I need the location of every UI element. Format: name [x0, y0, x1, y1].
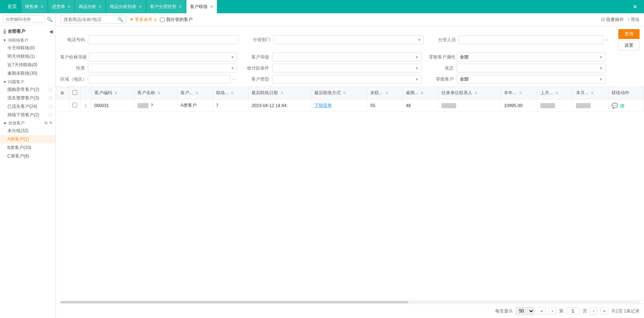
batch-label: 批量操作 [606, 17, 624, 23]
more-filter-btn[interactable]: ▼ 更多条件 ∧ [129, 17, 157, 23]
th-overdue[interactable]: 逾期... ⇅ [403, 87, 439, 99]
page-input[interactable] [566, 307, 580, 315]
sidebar-item-abnormal[interactable]: 囤购异常客户(2) ⓘ [0, 85, 56, 94]
sidebar-item-class-c[interactable]: C类客户(6) [0, 152, 56, 160]
sidebar-collapse-icon[interactable]: ◀ [49, 29, 53, 34]
th-gear[interactable]: ⚙ [56, 87, 69, 99]
sidebar-item-today[interactable]: 今天待联络(0) [0, 44, 56, 52]
th-contact[interactable]: 联络... ⇅ [213, 87, 248, 99]
scrollbar-thumb[interactable] [60, 301, 408, 303]
sidebar-item-churn-warn[interactable]: 流失预警客户(3) ⓘ [0, 94, 56, 102]
filter-select-price[interactable] [88, 53, 237, 61]
prev-page-btn[interactable]: ‹ [549, 307, 556, 315]
my-customer-checkbox[interactable] [160, 17, 165, 22]
filter-select-scatter-wrap: 全部 ▼ [457, 75, 606, 84]
filter-input-phone[interactable] [88, 35, 239, 44]
nav-tab-customer-contact-close[interactable]: ✕ [210, 4, 213, 9]
filter-label-price-level: 客户价格等级 [60, 54, 88, 60]
sidebar-item-ungroup[interactable]: 未分组(32) [0, 127, 56, 135]
sidebar-item-churn-warn-label: 流失预警客户(3) [7, 95, 39, 101]
filter-select-level[interactable] [272, 53, 421, 61]
nav-tab-customer-tier-close[interactable]: ✕ [179, 4, 182, 9]
nav-tab-analysis-label: 商品分析 [79, 4, 96, 10]
nav-home[interactable]: 首页 [3, 3, 21, 10]
sidebar-item-class-a[interactable]: A类客户(1) [0, 135, 56, 144]
filter-label-scatter: 零散客户 [429, 76, 457, 82]
nav-tab-sales-close[interactable]: ✕ [40, 4, 44, 9]
sidebar-search-input[interactable] [3, 15, 45, 23]
nav-tab-analysis-list-close[interactable]: ✕ [139, 4, 142, 9]
nav-tab-purchase-close[interactable]: ✕ [67, 4, 71, 9]
nav-tab-purchase[interactable]: 进货单 ✕ [48, 0, 74, 13]
sidebar-search-icon[interactable]: 🔍 [47, 17, 53, 22]
row-checkbox[interactable] [72, 103, 77, 107]
value-refresh-icon[interactable]: ↻ [44, 121, 48, 126]
sidebar-item-churned[interactable]: 已流失客户(24) ⓘ [0, 102, 56, 111]
filter-select-ctype[interactable] [272, 75, 421, 84]
nav-tab-customer-tier[interactable]: 客户分层经营 ✕ [146, 0, 186, 13]
th-this-month[interactable]: 本月... ⇅ [573, 87, 609, 99]
sidebar-item-ungroup-label: 未分组(32) [7, 128, 28, 134]
filter-select-nature[interactable] [88, 64, 237, 73]
batch-btn[interactable]: ☑ 批量操作 [601, 17, 624, 23]
query-button[interactable]: 查询 [618, 29, 640, 39]
sidebar-item-tomorrow[interactable]: 明天待联络(1) [0, 52, 56, 61]
th-last-month[interactable]: 上月... ⇅ [537, 87, 573, 99]
action-message-icon[interactable]: 💬 [612, 103, 618, 109]
filter-select-dept[interactable] [273, 35, 424, 44]
filter-select-ctype-wrap: ▼ [272, 75, 421, 84]
filter-input-person[interactable] [459, 35, 603, 44]
first-page-btn[interactable]: « [537, 307, 546, 315]
select-all-checkbox[interactable] [72, 90, 77, 95]
nav-tab-analysis-close[interactable]: ✕ [99, 4, 102, 9]
sidebar-item-class-b[interactable]: B类客户(33) [0, 144, 56, 152]
last-page-btn[interactable]: » [600, 307, 609, 315]
export-btn[interactable]: ↑ 导出 [627, 17, 640, 23]
horizontal-scrollbar[interactable] [56, 300, 644, 304]
td-last-way[interactable]: 下销货单 [311, 99, 367, 112]
my-customer-wrap[interactable]: 我分管的客户 [160, 17, 193, 23]
nav-tab-analysis[interactable]: 商品分析 ✕ [75, 0, 105, 13]
sidebar-item-declining[interactable]: 持续下滑客户(2) ⓘ [0, 111, 56, 119]
sidebar-item-overdue[interactable]: 逾期未联络(30) [0, 69, 56, 78]
th-uncontact[interactable]: 未联... ⇅ [367, 87, 403, 99]
filter-icon: ▼ [129, 17, 134, 22]
th-last-way[interactable]: 最后联络方式 ⇅ [311, 87, 367, 99]
value-edit-icon[interactable]: ✎ [49, 121, 53, 126]
filter-select-payment[interactable] [272, 64, 421, 73]
sidebar-item-class-c-label: C类客户(6) [7, 153, 29, 159]
th-type[interactable]: 客户... ⇅ [178, 87, 213, 99]
per-page-select[interactable]: 50 100 [516, 307, 534, 315]
th-this-year[interactable]: 本年... ⇅ [501, 87, 537, 99]
filter-select-status[interactable] [457, 64, 606, 73]
search-submit-icon[interactable]: 🔍 [118, 17, 123, 22]
last-way-link[interactable]: 下销货单 [314, 103, 332, 108]
next-page-btn[interactable]: › [590, 307, 597, 315]
td-uncontact: 55 [367, 99, 403, 112]
filter-input-region[interactable] [88, 75, 230, 84]
th-last-date[interactable]: 最后联络日期 ⇅ [248, 87, 311, 99]
filter-dots-person[interactable]: ··· [603, 37, 609, 42]
sort-icon-type: ⇅ [196, 91, 198, 95]
th-type-label: 客户... [180, 90, 193, 95]
close-all-tabs[interactable]: ✕ [629, 3, 641, 10]
filter-select-scatter[interactable]: 全部 [457, 75, 606, 84]
th-code[interactable]: 客户编码 ⇅ [91, 87, 134, 99]
filter-btn-label: 更多条件 [135, 17, 153, 23]
search-input[interactable] [64, 17, 116, 22]
filter-select-scatter-attr[interactable]: 全部 [457, 53, 606, 61]
section-label-pending: 待联络客户 [8, 38, 28, 43]
nav-tab-sales[interactable]: 销售单 ✕ [21, 0, 47, 13]
nav-tab-analysis-list[interactable]: 商品分析列表 ✕ [106, 0, 146, 13]
filter-panel: 电话号码 分管部门 ▼ 分管人员 ··· [56, 26, 644, 87]
filter-dots-region[interactable]: ··· [230, 77, 237, 82]
nav-tab-customer-contact[interactable]: 客户联络 ✕ [186, 0, 217, 13]
th-name[interactable]: 客户名称 ⇅ [134, 87, 177, 99]
action-qr-icon[interactable]: ⊞ [620, 103, 625, 109]
th-code-label: 客户编码 [94, 90, 112, 95]
sidebar-item-7days[interactable]: 近7天待联络(0) [0, 61, 56, 69]
th-unit-contact[interactable]: 往来单位联系人 ⇅ [438, 87, 501, 99]
sidebar-all-customers-label[interactable]: 全部客户 [8, 28, 25, 35]
setting-button[interactable]: 设置 [618, 40, 640, 50]
filter-label-ctype: 客户类型 [244, 76, 272, 82]
